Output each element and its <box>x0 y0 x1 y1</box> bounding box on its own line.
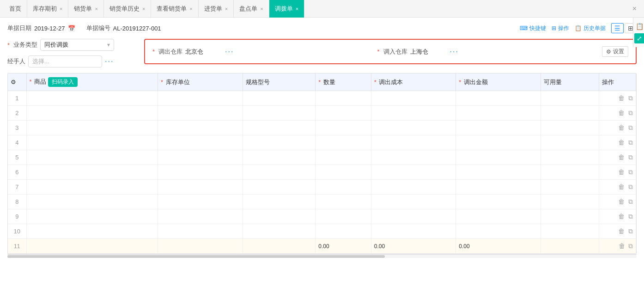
col-header-cost: * 调出成本 <box>371 73 456 91</box>
data-table-container: ⚙ * 商品 扫码录入 * 库存单位 规格型号 * 数量 <box>7 73 637 254</box>
tab-close-purchase[interactable]: × <box>225 6 228 12</box>
row-4-delete-icon[interactable]: 🗑 <box>618 139 625 146</box>
scan-barcode-button[interactable]: 扫码录入 <box>48 77 78 87</box>
row-4-copy-icon[interactable]: ⧉ <box>628 139 633 146</box>
form-section: * 业务类型 同价调拨 ▾ 经手人 选择... ··· * 调出仓库 北京仓 <box>7 39 637 67</box>
tab-close-view-sales[interactable]: × <box>189 6 192 12</box>
row-3-copy-icon[interactable]: ⧉ <box>628 124 633 131</box>
tab-close-transfer[interactable]: × <box>296 6 298 12</box>
window-close-button[interactable]: × <box>632 5 637 12</box>
row-10-copy-icon[interactable]: ⧉ <box>628 227 633 235</box>
layout-list-button[interactable]: ☰ <box>611 23 624 33</box>
calendar-icon[interactable]: 📅 <box>68 25 75 32</box>
row-11-copy-icon[interactable]: ⧉ <box>628 242 633 250</box>
row-1-amount[interactable] <box>456 91 541 106</box>
table-row: 4 🗑 ⧉ <box>8 135 636 150</box>
horizontal-scrollbar[interactable] <box>7 254 637 258</box>
tab-close-inventory-check[interactable]: × <box>260 6 263 12</box>
doc-no-field: 单据编号 AL-20191227-001 <box>86 24 161 32</box>
tab-sales-order[interactable]: 销货单 × <box>68 0 103 18</box>
sidebar-expand-icon[interactable]: ⤢ <box>634 33 644 43</box>
col-header-available: 可用量 <box>541 73 599 91</box>
row-1-product[interactable] <box>26 91 158 106</box>
business-type-field: * 业务类型 同价调拨 ▾ <box>7 39 137 51</box>
row-1-qty[interactable] <box>316 91 371 106</box>
row-5-copy-icon[interactable]: ⧉ <box>628 153 633 161</box>
table-row: 5 🗑 ⧉ <box>8 150 636 165</box>
tab-view-sales[interactable]: 查看销货单 × <box>151 0 198 18</box>
col-header-gear[interactable]: ⚙ <box>8 73 26 91</box>
tab-close-sales-history[interactable]: × <box>142 6 145 12</box>
business-type-chevron-icon: ▾ <box>107 42 110 48</box>
person-more-icon[interactable]: ··· <box>105 57 114 66</box>
doc-date-label: 单据日期 <box>7 24 31 32</box>
operations-icon: ⊞ <box>552 25 556 31</box>
subtotal-qty: 0.00 <box>316 239 371 254</box>
doc-no-value: AL-20191227-001 <box>113 25 161 32</box>
in-warehouse-label: 调入仓库 <box>383 48 407 56</box>
row-3-delete-icon[interactable]: 🗑 <box>618 124 625 131</box>
col-header-product: * 商品 扫码录入 <box>26 73 158 91</box>
table-row: 10 🗑 ⧉ <box>8 224 636 239</box>
tab-inventory-init[interactable]: 库存期初 × <box>27 0 68 18</box>
main-content: 单据日期 2019-12-27 📅 单据编号 AL-20191227-001 ⌨… <box>0 18 644 263</box>
row-9-delete-icon[interactable]: 🗑 <box>618 213 625 220</box>
business-type-label: 业务类型 <box>13 41 37 49</box>
row-7-delete-icon[interactable]: 🗑 <box>618 183 625 190</box>
business-type-value: 同价调拨 <box>44 41 68 49</box>
row-11-delete-icon[interactable]: 🗑 <box>619 242 625 250</box>
section-settings-button[interactable]: ⚙ 设置 <box>602 46 628 57</box>
row-1-cost[interactable] <box>371 91 456 106</box>
shortcuts-button[interactable]: ⌨ 快捷键 <box>520 24 546 32</box>
row-6-copy-icon[interactable]: ⧉ <box>628 168 633 176</box>
row-1-spec[interactable] <box>243 91 316 106</box>
operations-button[interactable]: ⊞ 操作 <box>552 24 569 32</box>
in-warehouse-more-icon[interactable]: ··· <box>450 48 459 56</box>
row-2-copy-icon[interactable]: ⧉ <box>628 109 633 116</box>
sidebar-note-icon[interactable]: 📋 <box>634 21 644 31</box>
in-warehouse-value: 上海仓 <box>410 48 447 56</box>
out-warehouse-more-icon[interactable]: ··· <box>225 48 234 56</box>
history-icon: 📋 <box>575 25 582 31</box>
tab-sales-history[interactable]: 销货单历史 × <box>104 0 151 18</box>
in-warehouse-field: * 调入仓库 上海仓 ··· <box>377 48 595 56</box>
person-select[interactable]: 选择... <box>28 55 102 67</box>
row-8-delete-icon[interactable]: 🗑 <box>618 198 625 205</box>
out-warehouse-label: 调出仓库 <box>158 48 182 56</box>
history-docs-button[interactable]: 📋 历史单据 <box>575 24 606 32</box>
tab-purchase[interactable]: 进货单 × <box>199 0 234 18</box>
out-warehouse-value: 北京仓 <box>185 48 222 56</box>
table-row: 6 🗑 ⧉ <box>8 165 636 180</box>
row-7-copy-icon[interactable]: ⧉ <box>628 183 633 190</box>
tab-close-inventory-init[interactable]: × <box>60 6 62 12</box>
right-sidebar: 📋 ⤢ <box>633 18 644 47</box>
row-9-copy-icon[interactable]: ⧉ <box>628 213 633 220</box>
row-1-delete-icon[interactable]: 🗑 <box>618 94 625 102</box>
col-header-actions: 操作 <box>599 73 636 91</box>
doc-date-field: 单据日期 2019-12-27 📅 <box>7 24 75 32</box>
business-type-select[interactable]: 同价调拨 ▾ <box>40 39 114 51</box>
col-header-spec: 规格型号 <box>243 73 316 91</box>
tab-close-sales-order[interactable]: × <box>95 6 97 12</box>
row-2-delete-icon[interactable]: 🗑 <box>618 109 625 116</box>
row-5-delete-icon[interactable]: 🗑 <box>618 153 625 161</box>
row-1-available[interactable] <box>541 91 599 106</box>
tab-home[interactable]: 首页 <box>4 0 27 18</box>
scrollbar-thumb[interactable] <box>7 255 385 258</box>
row-1-actions: 🗑 ⧉ <box>599 91 636 106</box>
row-6-delete-icon[interactable]: 🗑 <box>618 168 625 176</box>
person-field: 经手人 选择... ··· <box>7 55 137 67</box>
col-header-unit: * 库存单位 <box>158 73 243 91</box>
row-1-unit[interactable] <box>158 91 243 106</box>
row-10-delete-icon[interactable]: 🗑 <box>618 227 625 235</box>
table-row: 9 🗑 ⧉ <box>8 209 636 224</box>
row-1-copy-icon[interactable]: ⧉ <box>628 94 633 102</box>
table-row: 7 🗑 ⧉ <box>8 180 636 195</box>
col-header-amount: * 调出金额 <box>456 73 541 91</box>
subtotal-cost: 0.00 <box>371 239 456 254</box>
in-warehouse-required-star: * <box>377 48 380 55</box>
row-8-copy-icon[interactable]: ⧉ <box>628 198 633 205</box>
tab-bar-right: × <box>632 5 640 13</box>
tab-inventory-check[interactable]: 盘点单 × <box>234 0 269 18</box>
tab-transfer[interactable]: 调拨单 × <box>269 0 304 18</box>
